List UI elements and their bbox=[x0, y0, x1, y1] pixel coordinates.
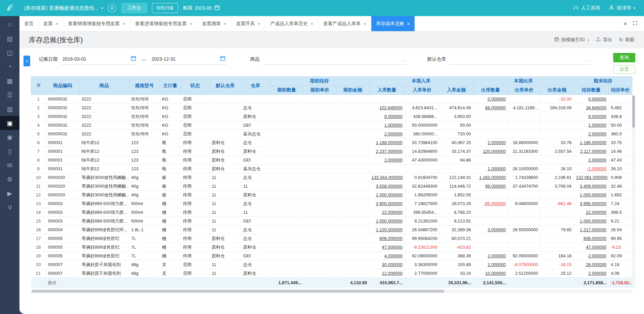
drill-link[interactable]: 22.000000 bbox=[574, 208, 609, 217]
drill-link[interactable]: -95.000000 bbox=[473, 199, 508, 208]
tab-close-icon[interactable]: × bbox=[223, 21, 226, 26]
filter-expand-button[interactable]: » bbox=[23, 56, 30, 66]
sidebar-item-reports[interactable]: ◫ bbox=[0, 46, 19, 60]
drill-link[interactable]: 68.000000 bbox=[473, 104, 508, 112]
workbench-button[interactable]: 工作台 bbox=[121, 3, 147, 13]
tab-close-icon[interactable]: × bbox=[190, 21, 193, 26]
drill-link[interactable]: 120.000000 bbox=[473, 147, 508, 156]
fullscreen-icon[interactable] bbox=[633, 21, 637, 27]
drill-link[interactable]: 0.000000 bbox=[574, 95, 609, 104]
tab-close-icon[interactable]: × bbox=[311, 21, 314, 26]
support-link[interactable]: 人工咨询 bbox=[573, 5, 600, 11]
drill-link[interactable]: 1,000.000000 bbox=[574, 217, 609, 226]
tab-close-icon[interactable]: × bbox=[258, 21, 261, 26]
drill-link[interactable]: 3,508.000000 bbox=[369, 182, 405, 191]
drill-link[interactable]: 1.000000 bbox=[574, 121, 609, 130]
drill-link[interactable]: 9.000000 bbox=[574, 112, 609, 121]
tab-4[interactable]: 发票测算× bbox=[197, 16, 231, 31]
tab-6[interactable]: 产成品入库单历史× bbox=[266, 16, 319, 31]
drill-link[interactable]: 606.000000 bbox=[369, 234, 405, 243]
tab-1[interactable]: 发票× bbox=[39, 16, 63, 31]
drill-link[interactable]: 1,283.000000 bbox=[473, 173, 508, 182]
drill-link[interactable]: 47.000000 bbox=[574, 243, 609, 252]
drill-link[interactable]: 1,220.000000 bbox=[369, 226, 405, 234]
tab-2[interactable]: 查看销项增值税专用发票× bbox=[63, 16, 130, 31]
product-picker-button[interactable]: ... bbox=[401, 57, 406, 62]
sidebar-item-inventory[interactable]: ▣ bbox=[0, 116, 19, 130]
user-menu[interactable]: 徐泽华 ▾ bbox=[608, 5, 635, 12]
sidebar-item-enterprise[interactable]: ▦ bbox=[0, 74, 19, 88]
drill-link[interactable]: 3,900.000000 bbox=[369, 199, 405, 208]
switch-version-button[interactable]: 切到日版 bbox=[152, 3, 178, 13]
drill-link[interactable]: 2.000000 bbox=[369, 156, 405, 165]
drill-link[interactable]: 28.000000 bbox=[574, 260, 609, 269]
app-logo[interactable] bbox=[0, 0, 19, 16]
drill-link[interactable]: 132,061.000000 bbox=[574, 173, 609, 182]
tab-close-icon[interactable]: × bbox=[364, 21, 367, 26]
drill-link[interactable]: 34.645000 bbox=[574, 104, 609, 112]
drill-link[interactable]: 3,995.000000 bbox=[574, 199, 609, 208]
memo-icon[interactable]: ☰ bbox=[108, 4, 116, 12]
sidebar-item-service[interactable]: ◉ bbox=[0, 130, 19, 144]
sidebar-item-vouchers[interactable]: ☰ bbox=[0, 88, 19, 102]
drill-link[interactable]: 2.000000 bbox=[473, 260, 508, 269]
drill-link[interactable]: 1,186.000000 bbox=[574, 138, 609, 147]
warehouse-filter-input[interactable]: ... bbox=[449, 56, 590, 65]
settings-button[interactable]: 设置 bbox=[613, 65, 635, 74]
drill-link[interactable]: 2,237.000000 bbox=[369, 147, 405, 156]
sidebar-item-home[interactable]: ⌂ bbox=[0, 17, 19, 32]
drill-link[interactable]: 2.000000 bbox=[574, 130, 609, 138]
tab-close-icon[interactable]: × bbox=[122, 21, 125, 26]
drill-link[interactable]: 2.000000 bbox=[574, 252, 609, 260]
query-button[interactable]: 查询 bbox=[613, 53, 635, 62]
drill-link[interactable]: 1,000.000000 bbox=[369, 191, 405, 199]
drill-link[interactable]: 1,217.000000 bbox=[574, 226, 609, 234]
sidebar-item-assets[interactable]: ▥ bbox=[0, 102, 19, 116]
calendar-icon[interactable] bbox=[220, 56, 225, 62]
tab-5[interactable]: 发票开具× bbox=[231, 16, 266, 31]
vertical-scrollbar-thumb[interactable] bbox=[632, 96, 635, 128]
drill-link[interactable]: 2.000000 bbox=[369, 130, 405, 138]
print-by-template-button[interactable]: 按模板打印 ▾ bbox=[554, 37, 589, 43]
tab-7[interactable]: 查看产成品入库单× bbox=[319, 16, 372, 31]
drill-link[interactable]: 10.000000 bbox=[473, 269, 508, 278]
sidebar-item-schedule[interactable]: ◔ bbox=[0, 60, 19, 74]
product-filter-input[interactable]: ... bbox=[263, 56, 407, 65]
drill-link[interactable]: 3,409.000000 bbox=[574, 182, 609, 191]
tab-8[interactable]: 库存成本总账× bbox=[371, 16, 415, 31]
drill-link[interactable]: 4.000000 bbox=[369, 252, 405, 260]
tab-close-icon[interactable]: × bbox=[55, 21, 58, 26]
close-icon[interactable]: × bbox=[624, 20, 627, 27]
company-selector[interactable]: (库存核算) 直播畅捷通信息股份... ▾ bbox=[24, 5, 103, 11]
drill-link[interactable]: 2,117.000000 bbox=[574, 147, 609, 156]
sidebar-item-brand-v[interactable]: V bbox=[0, 200, 19, 214]
drill-link[interactable]: 1,000.000000 bbox=[574, 191, 609, 199]
sidebar-item-messages[interactable]: ✉ bbox=[0, 158, 19, 172]
export-button[interactable]: 导出 bbox=[596, 37, 612, 43]
warehouse-picker-button[interactable]: ... bbox=[584, 57, 589, 62]
drill-link[interactable]: 2.000000 bbox=[574, 269, 609, 278]
drill-link[interactable]: 102.645000 bbox=[369, 104, 405, 112]
drill-link[interactable]: 1,188.000000 bbox=[369, 138, 405, 147]
date-from-input[interactable]: 2016-03-01 bbox=[61, 55, 138, 65]
tab-3[interactable]: 查看进项增值税专用发票× bbox=[130, 16, 198, 31]
drill-link[interactable]: 133,344.000000 bbox=[369, 173, 405, 182]
horizontal-scrollbar-thumb[interactable] bbox=[32, 290, 444, 293]
period-picker[interactable]: 账期 2023-05 bbox=[183, 5, 219, 11]
drill-link[interactable]: 47.000000 bbox=[369, 243, 405, 252]
date-to-input[interactable]: 2023-12-31 bbox=[150, 55, 227, 65]
calendar-icon[interactable] bbox=[131, 56, 136, 62]
tab-close-icon[interactable]: × bbox=[407, 21, 410, 26]
sidebar-item-mobile[interactable]: ▯ bbox=[0, 144, 19, 158]
drill-link[interactable]: -1.000000 bbox=[574, 165, 609, 173]
drill-link[interactable]: 2.000000 bbox=[574, 156, 609, 165]
drill-link[interactable]: 30.000000 bbox=[369, 260, 405, 269]
column-settings-header[interactable] bbox=[31, 77, 46, 95]
drill-link[interactable]: 2.000000 bbox=[473, 252, 508, 260]
drill-link[interactable]: 2.000000 bbox=[473, 138, 508, 147]
drill-link[interactable]: 99.000000 bbox=[473, 182, 508, 191]
drill-link[interactable]: 22.000000 bbox=[369, 208, 405, 217]
refresh-button[interactable]: ↻ 刷新 bbox=[619, 37, 635, 43]
drill-link[interactable]: 606.000000 bbox=[574, 234, 609, 243]
drill-link[interactable]: 1.000000 bbox=[473, 165, 508, 173]
